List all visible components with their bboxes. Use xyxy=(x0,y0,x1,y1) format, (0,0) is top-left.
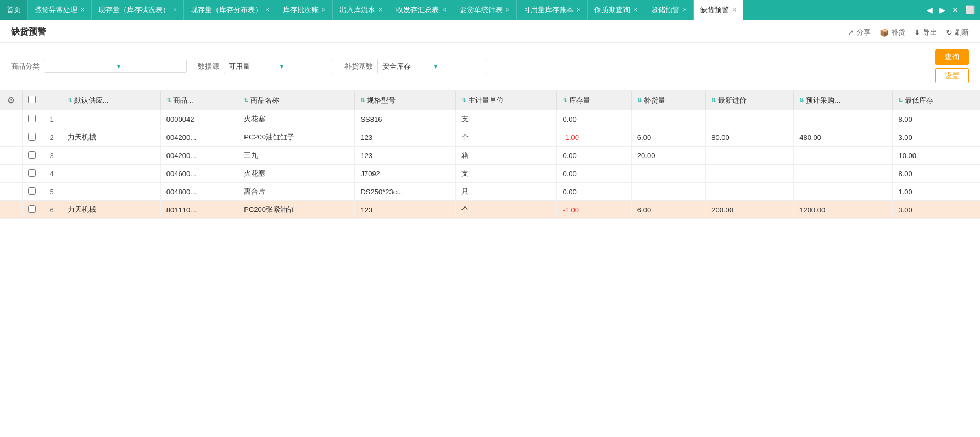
row-spec-model: DS250*23c... xyxy=(355,183,456,201)
row-checkbox-cell xyxy=(22,110,42,128)
row-num: 5 xyxy=(42,183,62,201)
tab-overstock-warning[interactable]: 超储预警 × xyxy=(644,0,694,20)
th-checkbox xyxy=(22,91,42,110)
datasource-select[interactable]: 可用量 ▼ xyxy=(224,59,333,74)
row-spec-model: 123 xyxy=(355,128,456,147)
tab-inventory-status[interactable]: 现存量（库存状况表） × xyxy=(92,0,184,20)
share-button[interactable]: ↗ 分享 xyxy=(848,27,871,37)
row-checkbox[interactable] xyxy=(28,205,36,213)
settings-button[interactable]: 设置 xyxy=(935,68,969,83)
export-button[interactable]: ⬇ 导出 xyxy=(914,27,937,37)
row-num: 6 xyxy=(42,201,62,219)
row-gear xyxy=(0,110,22,128)
row-product-name: 火花塞 xyxy=(238,165,355,183)
row-num: 3 xyxy=(42,147,62,165)
row-product-name: PC200张紧油缸 xyxy=(238,201,355,219)
tab-inventory-status-close[interactable]: × xyxy=(173,6,177,14)
th-estimated-purchase: ⇅ 预计采购... xyxy=(794,91,893,110)
filter-actions: 查询 设置 xyxy=(935,49,969,83)
row-latest-price xyxy=(706,110,794,128)
category-filter-group: 商品分类 ▼ xyxy=(11,60,187,73)
tab-home[interactable]: 首页 xyxy=(0,0,28,20)
row-checkbox[interactable] xyxy=(28,115,36,122)
tab-exception[interactable]: 拣货异常处理 × xyxy=(28,0,92,20)
row-latest-price: 200.00 xyxy=(706,201,794,219)
row-num: 4 xyxy=(42,165,62,183)
tab-inventory-dist[interactable]: 现存量（库存分布表） × xyxy=(184,0,276,20)
replenish-base-select[interactable]: 安全库存 ▼ xyxy=(377,59,487,74)
tab-expiry-query-close[interactable]: × xyxy=(633,6,637,14)
sort-supplier-icon: ⇅ xyxy=(68,97,72,103)
page-title: 缺货预警 xyxy=(11,26,46,38)
tab-batch-account[interactable]: 库存批次账 × xyxy=(276,0,333,20)
row-unit: 个 xyxy=(456,201,557,219)
th-default-supplier: ⇅ 默认供应... xyxy=(62,91,160,110)
tab-requisition-stats-close[interactable]: × xyxy=(506,6,510,14)
row-checkbox[interactable] xyxy=(28,169,36,177)
tab-batch-account-close[interactable]: × xyxy=(322,6,326,14)
row-estimated-purchase: 1200.00 xyxy=(794,201,893,219)
row-checkbox-cell xyxy=(22,183,42,201)
tab-requisition-stats[interactable]: 要货单统计表 × xyxy=(453,0,517,20)
row-checkbox[interactable] xyxy=(28,187,36,195)
tab-inout-flow[interactable]: 出入库流水 × xyxy=(333,0,389,20)
row-product-code: 004200... xyxy=(160,128,238,147)
tab-shortage-warning-close[interactable]: × xyxy=(732,6,736,14)
tab-restore-button[interactable]: ⬜ xyxy=(962,4,978,15)
row-spec-model: 123 xyxy=(355,201,456,219)
row-unit: 支 xyxy=(456,110,557,128)
row-stock-qty: 0.00 xyxy=(557,165,631,183)
th-product-name: ⇅ 商品名称 xyxy=(238,91,355,110)
tab-close-all-button[interactable]: ✕ xyxy=(949,4,962,15)
filter-bar: 商品分类 ▼ 数据源 可用量 ▼ 补货基数 安全库存 ▼ 查询 设置 xyxy=(0,43,980,91)
gear-settings-button[interactable]: ⚙ xyxy=(7,95,15,105)
sort-product-name-icon: ⇅ xyxy=(244,97,248,103)
tab-receipt-summary-close[interactable]: × xyxy=(442,6,446,14)
row-unit: 箱 xyxy=(456,147,557,165)
replenish-base-filter-group: 补货基数 安全库存 ▼ xyxy=(344,59,487,74)
tab-available-ledger-close[interactable]: × xyxy=(577,6,581,14)
th-min-stock: ⇅ 最低库存 xyxy=(893,91,980,110)
row-product-code: 004200... xyxy=(160,147,238,165)
refresh-button[interactable]: ↻ 刷新 xyxy=(946,27,969,37)
row-supplier xyxy=(62,147,160,165)
row-product-code: 004800... xyxy=(160,183,238,201)
select-all-checkbox[interactable] xyxy=(28,96,36,103)
table-body: 1 0000042 火花塞 SS816 支 0.00 8.00 2 力天机械 0… xyxy=(0,110,980,219)
row-min-stock: 3.00 xyxy=(893,201,980,219)
replenish-base-label: 补货基数 xyxy=(344,61,373,71)
row-supplier: 力天机械 xyxy=(62,128,160,147)
tab-next-button[interactable]: ▶ xyxy=(936,4,949,15)
row-checkbox[interactable] xyxy=(28,151,36,159)
datasource-label: 数据源 xyxy=(198,61,219,71)
category-label: 商品分类 xyxy=(11,61,40,71)
tab-available-ledger[interactable]: 可用量库存账本 × xyxy=(517,0,588,20)
tab-receipt-summary[interactable]: 收发存汇总表 × xyxy=(389,0,453,20)
tab-exception-close[interactable]: × xyxy=(81,6,85,14)
tab-inout-flow-close[interactable]: × xyxy=(378,6,382,14)
tab-overstock-warning-close[interactable]: × xyxy=(683,6,687,14)
row-replenish-qty: 20.00 xyxy=(631,147,705,165)
sort-estimated-icon: ⇅ xyxy=(799,97,804,103)
row-min-stock: 8.00 xyxy=(893,165,980,183)
row-estimated-purchase: 480.00 xyxy=(794,128,893,147)
th-replenish-qty: ⇅ 补货量 xyxy=(631,91,705,110)
replenish-button[interactable]: 📦 补货 xyxy=(879,27,905,37)
row-replenish-qty xyxy=(631,110,705,128)
row-num: 1 xyxy=(42,110,62,128)
tab-prev-button[interactable]: ◀ xyxy=(923,4,936,15)
row-min-stock: 1.00 xyxy=(893,183,980,201)
row-replenish-qty xyxy=(631,183,705,201)
query-button[interactable]: 查询 xyxy=(935,49,969,65)
tab-expiry-query[interactable]: 保质期查询 × xyxy=(588,0,644,20)
row-min-stock: 3.00 xyxy=(893,128,980,147)
tab-inventory-dist-close[interactable]: × xyxy=(265,6,269,14)
row-product-name: 离合片 xyxy=(238,183,355,201)
row-spec-model: 123 xyxy=(355,147,456,165)
row-checkbox[interactable] xyxy=(28,133,36,141)
header-actions: ↗ 分享 📦 补货 ⬇ 导出 ↻ 刷新 xyxy=(848,27,969,37)
row-replenish-qty: 6.00 xyxy=(631,128,705,147)
category-select[interactable]: ▼ xyxy=(44,60,187,73)
tab-shortage-warning[interactable]: 缺货预警 × xyxy=(694,0,743,20)
sort-stock-icon: ⇅ xyxy=(563,97,567,103)
